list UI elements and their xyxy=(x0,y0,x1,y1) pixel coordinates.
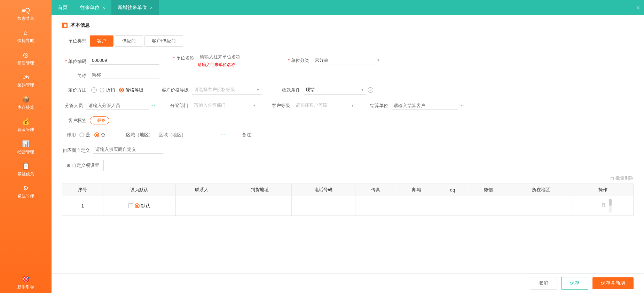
form-row-tag: 客户标签 + 标签 xyxy=(62,116,634,124)
disabled-yes[interactable]: 是 xyxy=(79,132,90,138)
cell-region xyxy=(509,196,573,216)
col-index: 序号 xyxy=(62,184,103,196)
short-name-input[interactable] xyxy=(90,71,159,79)
sidebar: ≡Q 搜索菜单 ⌂ 快捷导航 ◎ 销售管理 🛍 采购管理 📦 库存核算 💰 资金… xyxy=(0,0,52,293)
pricing-method-field: 定价方法 ? 折扣 价格等级 xyxy=(62,87,143,93)
pricing-method-help-icon[interactable]: ? xyxy=(91,87,97,93)
pricing-level-label: 价格等级 xyxy=(125,87,143,93)
col-action: 操作 xyxy=(573,184,633,196)
region-input[interactable] xyxy=(157,131,219,139)
supplier-custom-input[interactable] xyxy=(93,145,163,154)
tab-new-partner-close[interactable]: × xyxy=(150,5,152,10)
sidebar-item-operations[interactable]: 📊 经营管理 xyxy=(0,136,52,158)
footer-bar: 取消 保存 保存并新增 xyxy=(52,273,644,293)
system-icon: ⚙ xyxy=(22,184,30,193)
unit-type-both[interactable]: 客户/供应商 xyxy=(144,35,183,47)
custom-settings-button[interactable]: ⚙ 自定义项设置 xyxy=(62,160,104,171)
pricing-level-circle xyxy=(119,88,124,92)
save-new-button[interactable]: 保存并新增 xyxy=(592,277,634,289)
row-checkbox[interactable] xyxy=(128,203,133,208)
sidebar-label-sales: 销售管理 xyxy=(17,60,34,66)
disabled-no-dot xyxy=(96,134,98,136)
scrollbar-thumb xyxy=(609,199,612,206)
sidebar-item-purchase[interactable]: 🛍 采购管理 xyxy=(0,70,52,92)
tab-partners[interactable]: 往来单位 × xyxy=(74,0,111,15)
pricing-level[interactable]: 价格等级 xyxy=(119,87,143,93)
batch-delete-button[interactable]: ⊡ 批量删除 xyxy=(610,175,634,181)
window-close-button[interactable]: × xyxy=(636,4,640,11)
sidebar-item-basic[interactable]: 📋 基础信息 xyxy=(0,158,52,181)
region-dots[interactable]: ··· xyxy=(219,132,227,138)
row-default-radio[interactable]: 默认 xyxy=(135,203,150,209)
quicknav-icon: ⌂ xyxy=(22,29,30,37)
tab-new-partner[interactable]: 新增往来单位 × xyxy=(111,0,159,15)
pricing-level-dot xyxy=(120,89,123,91)
sidebar-item-inventory[interactable]: 📦 库存核算 xyxy=(0,92,52,114)
manager-label: 分管人员 xyxy=(62,103,86,109)
department-label: 分管部门 xyxy=(170,103,192,109)
section-title-icon: ▣ xyxy=(62,23,68,28)
sidebar-item-newbie[interactable]: 🎯 新手引导 xyxy=(0,272,52,293)
row-delete-btn[interactable]: 🗑 xyxy=(601,202,607,208)
cancel-button[interactable]: 取消 xyxy=(530,277,557,290)
unit-name-input[interactable] xyxy=(198,53,274,61)
settlement-unit-dots[interactable]: ··· xyxy=(458,103,465,109)
table-scrollbar[interactable] xyxy=(609,199,612,213)
cell-email xyxy=(396,196,437,216)
disabled-label: 停用 xyxy=(62,132,79,138)
department-select[interactable]: 请输入分管部门 ▼ xyxy=(192,101,258,110)
disabled-no[interactable]: 否 xyxy=(94,132,105,138)
cell-action: + 🗑 xyxy=(573,196,633,216)
payment-terms-help-icon[interactable]: ? xyxy=(368,87,373,93)
sidebar-item-system[interactable]: ⚙ 系统管理 xyxy=(0,181,52,203)
table-section: ⊡ 批量删除 序号 设为默认 联系人 到货地址 电话号码 传真 邮箱 xyxy=(62,175,634,216)
unit-category-value: 未分类 xyxy=(315,57,375,63)
col-region: 所在地区 xyxy=(509,184,573,196)
notes-field: 备注 xyxy=(241,131,359,139)
notes-input[interactable] xyxy=(254,131,359,139)
pricing-discount[interactable]: 折扣 xyxy=(100,87,115,93)
sidebar-label-quicknav: 快捷导航 xyxy=(17,38,34,44)
unit-type-supplier[interactable]: 供应商 xyxy=(115,35,143,47)
custom-settings-label: 自定义项设置 xyxy=(72,162,99,169)
sidebar-item-finance[interactable]: 💰 资金管理 xyxy=(0,114,52,136)
cell-fax xyxy=(355,196,396,216)
unit-type-customer[interactable]: 客户 xyxy=(90,35,113,47)
payment-terms-select[interactable]: 现结 ▼ xyxy=(304,85,366,95)
pricing-discount-circle xyxy=(100,88,104,92)
sidebar-item-sales[interactable]: ◎ 销售管理 xyxy=(0,47,52,70)
sidebar-item-quicknav[interactable]: ⌂ 快捷导航 xyxy=(0,25,52,47)
disabled-field: 停用 是 否 xyxy=(62,132,105,138)
content-area: ▣ 基本信息 单位类型 客户 供应商 客户/供应商 单位编码 xyxy=(52,15,644,273)
sidebar-label-purchase: 采购管理 xyxy=(17,82,34,88)
table-head: 序号 设为默认 联系人 到货地址 电话号码 传真 邮箱 qq 微信 所在地区 操… xyxy=(62,184,634,196)
customer-level-label: 客户等级 xyxy=(272,103,293,109)
settlement-unit-input[interactable] xyxy=(392,101,458,110)
unit-code-input[interactable] xyxy=(90,56,159,65)
form-row-1: 单位编码 单位名称 请输入往来单位名称 单位分类 未分类 ▼ xyxy=(62,53,634,68)
sidebar-label-basic: 基础信息 xyxy=(17,171,34,177)
tab-partners-close[interactable]: × xyxy=(102,5,105,10)
col-phone: 电话号码 xyxy=(291,184,355,196)
save-button[interactable]: 保存 xyxy=(561,277,588,290)
sidebar-item-search[interactable]: ≡Q 搜索菜单 xyxy=(0,3,52,25)
customer-price-level-select[interactable]: 请选择客户价格等级 ▼ xyxy=(192,85,262,95)
manager-input[interactable] xyxy=(86,101,149,110)
col-email: 邮箱 xyxy=(396,184,437,196)
sidebar-label-inventory: 库存核算 xyxy=(17,105,34,111)
tab-home[interactable]: 首页 xyxy=(52,0,74,15)
payment-terms-field: 收款条件 现结 ▼ ? xyxy=(279,85,373,95)
manager-dots[interactable]: ··· xyxy=(149,103,156,109)
table-body: 1 默认 xyxy=(62,196,634,216)
row-default-label: 默认 xyxy=(141,203,150,209)
col-wechat: 微信 xyxy=(468,184,509,196)
section-title-basic-info: ▣ 基本信息 xyxy=(62,22,634,29)
customer-level-select[interactable]: 请选择客户等级 ▼ xyxy=(293,101,356,110)
customer-tag-add[interactable]: + 标签 xyxy=(90,116,109,124)
unit-category-select[interactable]: 未分类 ▼ xyxy=(313,56,382,65)
customer-price-level-arrow: ▼ xyxy=(256,88,260,92)
unit-name-inner: 请输入往来单位名称 xyxy=(198,53,274,68)
col-qq: qq xyxy=(437,184,468,196)
row-add-btn[interactable]: + xyxy=(595,202,598,208)
form-row-shortname: 简称 xyxy=(62,71,634,79)
